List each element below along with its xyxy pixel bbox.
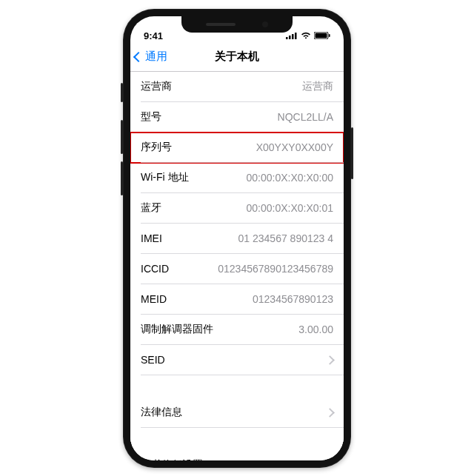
side-button	[351, 127, 353, 179]
row-label: IMEI	[141, 232, 162, 244]
row-value: X00YXY0XX00Y	[256, 141, 333, 153]
row-label: 蓝牙	[141, 201, 161, 215]
list-row[interactable]: 法律信息	[130, 398, 344, 428]
row-value: NQCL2LL/A	[278, 111, 333, 123]
row-label: 序列号	[141, 141, 172, 154]
row-value: 00:00:0X:X0:X0:01	[246, 202, 333, 214]
section-gap	[130, 428, 344, 450]
wifi-icon	[301, 30, 311, 41]
list-row: IMEI01 234567 890123 4	[130, 224, 344, 254]
list-row: 运营商运营商	[130, 72, 344, 102]
nav-bar: 通用 关于本机	[130, 43, 344, 72]
row-label: 运营商	[141, 80, 172, 93]
row-label: Wi-Fi 地址	[141, 171, 189, 184]
list-row: 调制解调器固件3.00.00	[130, 315, 344, 345]
list-row: 蓝牙00:00:0X:X0:X0:01	[130, 193, 344, 224]
row-value: 01234567890123	[253, 293, 333, 305]
row-value: 01 234567 890123 4	[238, 232, 333, 244]
side-button	[121, 83, 123, 102]
content[interactable]: 运营商运营商型号NQCL2LL/A序列号X00YXY0XX00YWi-Fi 地址…	[130, 72, 344, 460]
section-gap	[130, 375, 344, 398]
row-label: ICCID	[141, 263, 169, 275]
list-row: 型号NQCL2LL/A	[130, 102, 344, 133]
list-row: ICCID01234567890123456789	[130, 254, 344, 284]
notch	[181, 16, 293, 33]
svg-rect-0	[286, 37, 288, 39]
list-row[interactable]: 证书信任设置	[130, 450, 344, 460]
row-value: 运营商	[302, 80, 333, 93]
row-value: 01234567890123456789	[218, 263, 333, 275]
svg-rect-1	[289, 36, 291, 39]
list-row: Wi-Fi 地址00:00:0X:X0:X0:00	[130, 163, 344, 193]
signal-icon	[286, 30, 298, 41]
chevron-right-icon	[325, 355, 335, 365]
battery-icon	[314, 30, 330, 41]
row-label: MEID	[141, 293, 167, 305]
svg-rect-5	[316, 33, 327, 38]
phone-frame: 9:41 通用 关于本机 运营商运营商型号NQCL2LL/A序列号X	[123, 9, 351, 468]
back-label: 通用	[145, 50, 167, 64]
row-value: 00:00:0X:X0:X0:00	[246, 172, 333, 184]
row-label: 法律信息	[141, 406, 182, 419]
row-value: 3.00.00	[298, 324, 333, 335]
chevron-right-icon	[325, 408, 335, 418]
status-time: 9:41	[144, 30, 163, 41]
list-row[interactable]: SEID	[130, 345, 344, 375]
side-button	[121, 120, 123, 154]
row-label: SEID	[141, 354, 165, 366]
svg-rect-2	[292, 34, 294, 39]
svg-rect-6	[329, 34, 330, 37]
svg-rect-3	[295, 33, 297, 39]
chevron-left-icon	[133, 51, 144, 61]
screen: 9:41 通用 关于本机 运营商运营商型号NQCL2LL/A序列号X	[130, 16, 344, 460]
row-label: 型号	[141, 110, 161, 124]
list-row: 序列号X00YXY0XX00Y	[130, 133, 344, 163]
list-row: MEID01234567890123	[130, 284, 344, 315]
row-label: 调制解调器固件	[141, 323, 213, 336]
back-button[interactable]: 通用	[135, 50, 167, 64]
row-label: 证书信任设置	[141, 458, 203, 460]
side-button	[121, 161, 123, 195]
